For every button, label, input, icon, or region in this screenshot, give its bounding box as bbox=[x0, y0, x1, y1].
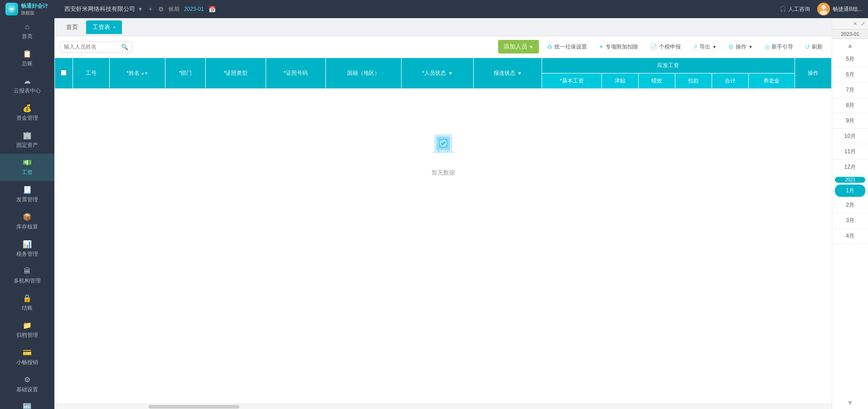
archive-icon: 📁 bbox=[23, 321, 32, 330]
sidebar-item-tax[interactable]: 📊 税务管理 bbox=[0, 235, 54, 263]
th-id-no: *证照号码 bbox=[266, 58, 325, 89]
settings-icon[interactable]: ⚙ bbox=[158, 5, 164, 13]
next-year-btn[interactable]: ▼ bbox=[832, 396, 868, 409]
sidebar-item-archive[interactable]: 📁 归档管理 bbox=[0, 316, 54, 344]
sidebar-item-guide[interactable]: 🆕 新手引导 bbox=[0, 398, 54, 409]
company-name: 西安虾米网络科技有限公司 bbox=[64, 5, 135, 13]
report-filter-icon[interactable]: ▼ bbox=[518, 71, 522, 76]
tab-payroll-table[interactable]: 工资表 × bbox=[86, 20, 122, 34]
month-item-3[interactable]: 3月 bbox=[832, 213, 868, 229]
personal-tax-btn[interactable]: 📄 个税申报 bbox=[646, 41, 684, 53]
guide-toolbar-icon: ◎ bbox=[765, 44, 770, 50]
th-checkbox bbox=[55, 58, 73, 89]
tab-home[interactable]: 首页 bbox=[60, 20, 84, 34]
sidebar-item-cloud-report[interactable]: ☁ 云报表中心 bbox=[0, 72, 54, 99]
dropdown-arrow-icon: ▼ bbox=[138, 6, 143, 12]
tax-icon: 📊 bbox=[23, 240, 32, 248]
sidebar-label-funds: 资金管理 bbox=[16, 114, 38, 122]
export-btn[interactable]: ↗ 导出 ▼ bbox=[689, 41, 720, 53]
user-area: 畅捷通B组... bbox=[817, 3, 863, 15]
logo-area: 畅通好会计 旗舰版 bbox=[5, 2, 60, 16]
extra-deduct-btn[interactable]: ✦ 专项附加扣除 bbox=[595, 41, 642, 53]
svg-point-3 bbox=[820, 10, 827, 15]
year-badge: 2023 bbox=[835, 177, 865, 183]
add-person-button[interactable]: 添加人员 ▼ bbox=[498, 40, 539, 54]
refresh-btn[interactable]: ↺ 刷新 bbox=[801, 41, 826, 53]
fixed-assets-icon: 🏢 bbox=[23, 131, 32, 140]
guide-btn[interactable]: ◎ 新手引导 bbox=[761, 41, 797, 53]
sidebar-item-fixed-assets[interactable]: 🏢 固定资产 bbox=[0, 127, 54, 154]
prev-year-btn[interactable]: ▲ bbox=[832, 39, 868, 52]
month-item-12[interactable]: 12月 bbox=[832, 160, 868, 175]
sidebar-label-home: 首页 bbox=[22, 33, 33, 40]
status-filter-icon[interactable]: ▼ bbox=[448, 71, 453, 76]
sidebar-item-payroll[interactable]: 💵 工资 bbox=[0, 154, 54, 181]
select-all-checkbox[interactable] bbox=[61, 70, 67, 76]
month-item-6[interactable]: 6月 bbox=[832, 67, 868, 83]
month-item-8[interactable]: 8月 bbox=[832, 98, 868, 113]
month-item-4[interactable]: 4月 bbox=[832, 229, 868, 244]
social-security-btn[interactable]: ♻ 统一社保设置 bbox=[543, 41, 591, 53]
extra-deduct-icon: ✦ bbox=[599, 44, 604, 50]
service-btn[interactable]: 🎧 人工咨询 bbox=[780, 5, 810, 13]
table-container: 工号 *姓名 ▲▼ *部门 *证照类型 *证照号码 国籍（地区） *人员状 bbox=[54, 58, 832, 404]
th-deductions: 扣款 bbox=[675, 73, 712, 89]
month-list: 5月 6月 7月 8月 9月 10月 11月 12月 2023 1月 2月 3月… bbox=[832, 52, 868, 396]
period-label: 账期 bbox=[169, 5, 179, 13]
search-input[interactable] bbox=[64, 44, 118, 50]
close-panel-icon[interactable]: × bbox=[853, 20, 857, 27]
closing-icon: 🔒 bbox=[23, 294, 32, 302]
search-icon: 🔍 bbox=[121, 44, 128, 50]
th-name: *姓名 ▲▼ bbox=[109, 58, 165, 89]
month-item-11[interactable]: 11月 bbox=[832, 144, 868, 160]
sidebar-item-funds[interactable]: 💰 资金管理 bbox=[0, 99, 54, 127]
month-item-9[interactable]: 9月 bbox=[832, 113, 868, 129]
home-icon: ⌂ bbox=[25, 23, 29, 31]
month-item-10[interactable]: 10月 bbox=[832, 129, 868, 144]
name-sort-icon[interactable]: ▲▼ bbox=[141, 72, 148, 75]
th-id-type: *证照类型 bbox=[206, 58, 266, 89]
month-item-5[interactable]: 5月 bbox=[832, 52, 868, 67]
month-item-2[interactable]: 2月 bbox=[832, 198, 868, 213]
month-item-1[interactable]: 1月 bbox=[835, 185, 865, 197]
toolbar-right: 添加人员 ▼ ♻ 统一社保设置 ✦ 专项附加扣除 📄 个税申报 ↗ 导出 bbox=[498, 40, 826, 54]
svg-point-2 bbox=[821, 5, 826, 10]
sidebar-label-tax: 税务管理 bbox=[16, 250, 38, 258]
sidebar-item-closing[interactable]: 🔒 结账 bbox=[0, 289, 54, 316]
export-dropdown-icon: ▼ bbox=[712, 44, 717, 49]
tab-home-label: 首页 bbox=[66, 23, 78, 31]
cloud-icon: ☁ bbox=[24, 77, 31, 85]
main-layout: ⌂ 首页 📋 总账 ☁ 云报表中心 💰 资金管理 🏢 固定资产 💵 工资 🧾 发… bbox=[0, 18, 868, 409]
sidebar-item-settings[interactable]: ⚙ 基础设置 bbox=[0, 371, 54, 398]
calendar-icon[interactable]: 📅 bbox=[209, 6, 216, 13]
maximize-panel-icon[interactable]: ⤢ bbox=[861, 20, 865, 27]
sidebar-item-home[interactable]: ⌂ 首页 bbox=[0, 18, 54, 45]
scroll-thumb[interactable] bbox=[149, 405, 239, 409]
th-emp-no: 工号 bbox=[73, 58, 110, 89]
sidebar-label-archive: 归档管理 bbox=[16, 331, 38, 339]
app-name: 畅通好会计 旗舰版 bbox=[21, 2, 48, 16]
content-area: 首页 工资表 × 🔍 添加人员 ▼ ♻ 统一社保设置 bbox=[54, 18, 832, 409]
sidebar-item-multi-org[interactable]: 🏛 多机构管理 bbox=[0, 263, 54, 289]
search-box[interactable]: 🔍 bbox=[60, 41, 132, 53]
add-company-btn[interactable]: ＋ bbox=[147, 5, 154, 13]
th-operation: 操作 bbox=[795, 58, 832, 89]
tab-close-icon[interactable]: × bbox=[113, 24, 116, 30]
top-header: 畅通好会计 旗舰版 西安虾米网络科技有限公司 ▼ ＋ ⚙ 账期 2023-01 … bbox=[0, 0, 868, 18]
company-selector[interactable]: 西安虾米网络科技有限公司 ▼ bbox=[64, 5, 143, 13]
sidebar-item-expense[interactable]: 💳 小畅报销 bbox=[0, 344, 54, 371]
sidebar-label-closing: 结账 bbox=[22, 304, 33, 312]
sidebar-label-cloud: 云报表中心 bbox=[14, 87, 41, 95]
sidebar-item-inventory[interactable]: 📦 库存核算 bbox=[0, 208, 54, 235]
empty-text: 暂无数据 bbox=[432, 169, 455, 177]
period-value[interactable]: 2023-01 bbox=[184, 6, 204, 12]
sidebar-item-ledger[interactable]: 📋 总账 bbox=[0, 45, 54, 72]
inventory-icon: 📦 bbox=[23, 213, 32, 221]
sidebar-label-expense: 小畅报销 bbox=[16, 359, 38, 366]
th-performance: 绩效 bbox=[639, 73, 675, 89]
multi-org-icon: 🏛 bbox=[24, 267, 31, 275]
month-item-7[interactable]: 7月 bbox=[832, 83, 868, 98]
sidebar-label-inventory: 库存核算 bbox=[16, 223, 38, 231]
sidebar-item-invoice[interactable]: 🧾 发票管理 bbox=[0, 181, 54, 208]
operations-btn[interactable]: ⚙ 操作 ▼ bbox=[725, 41, 756, 53]
